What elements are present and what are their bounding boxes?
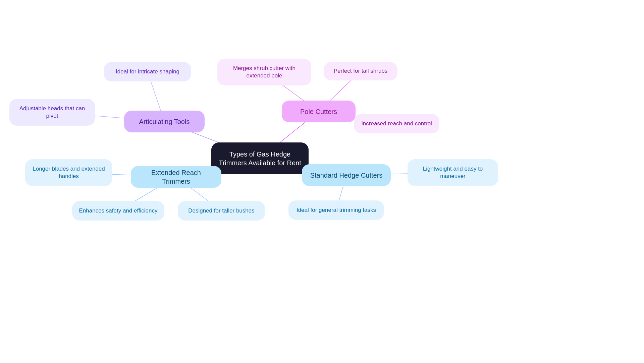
- ext-leaf2-node: Enhances safety and efficiency: [72, 201, 164, 221]
- art-leaf1-node: Ideal for intricate shaping: [104, 62, 191, 81]
- std-leaf2-node: Ideal for general trimming tasks: [288, 200, 384, 220]
- std-leaf1-node: Lightweight and easy to maneuver: [408, 159, 498, 186]
- standard-hedge-node: Standard Hedge Cutters: [302, 164, 391, 186]
- ext-leaf1-node: Longer blades and extended handles: [25, 159, 112, 186]
- pole-leaf2-node: Perfect for tall shrubs: [324, 62, 397, 80]
- articulating-tools-node: Articulating Tools: [124, 111, 205, 132]
- pole-cutters-node: Pole Cutters: [282, 101, 356, 122]
- ext-leaf3-node: Designed for taller bushes: [178, 201, 265, 221]
- pole-leaf3-node: Increased reach and control: [354, 114, 439, 133]
- extended-reach-node: Extended Reach Trimmers: [131, 166, 221, 188]
- center-node: Types of Gas Hedge Trimmers Available fo…: [211, 142, 309, 174]
- pole-leaf1-node: Merges shrub cutter with extended pole: [217, 59, 311, 85]
- art-leaf2-node: Adjustable heads that can pivot: [9, 99, 95, 126]
